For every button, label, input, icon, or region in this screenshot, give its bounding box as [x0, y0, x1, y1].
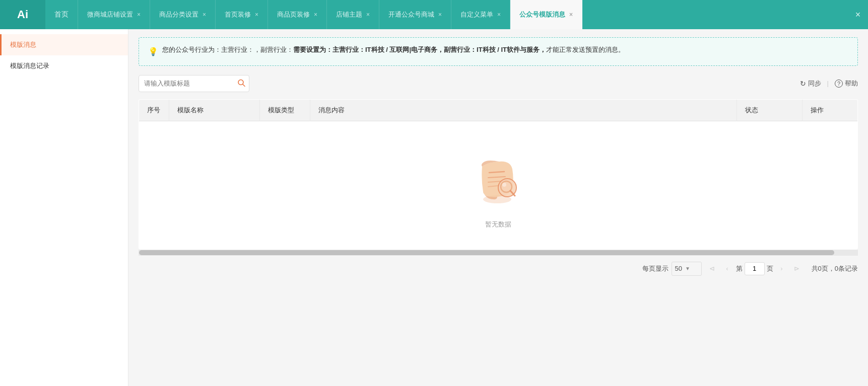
empty-state: 暂无数据: [139, 121, 857, 249]
nav-tab-shop-theme[interactable]: 店铺主题 ×: [327, 0, 379, 29]
main-layout: 模版消息 模版消息记录 💡 您的公众号行业为：主营行业：，副营行业：需要设置为：…: [0, 29, 868, 386]
notice-text: 您的公众号行业为：主营行业：，副营行业：需要设置为：主营行业：IT科技 / 互联…: [162, 45, 625, 55]
close-icon[interactable]: ×: [569, 12, 573, 18]
empty-text: 暂无数据: [485, 220, 511, 229]
close-icon[interactable]: ×: [497, 12, 501, 18]
toolbar-divider: |: [827, 80, 829, 87]
page-size-select: 每页显示 50 ▼: [642, 262, 702, 276]
close-icon[interactable]: ×: [203, 12, 206, 18]
app-logo: Ai: [0, 0, 45, 29]
nav-tab-home-decoration-label: 首页装修: [225, 10, 251, 19]
toolbar-right: ↻ 同步 | ? 帮助: [800, 79, 858, 88]
search-bar: ↻ 同步 | ? 帮助: [139, 75, 858, 92]
scrollbar-track: [139, 250, 857, 255]
chevron-down-icon: ▼: [685, 266, 690, 271]
sidebar: 模版消息 模版消息记录: [0, 29, 128, 386]
sidebar-item-template-message-label: 模版消息: [10, 41, 36, 48]
table-empty-row: 暂无数据: [139, 121, 858, 249]
nav-tab-category-settings[interactable]: 商品分类设置 ×: [150, 0, 216, 29]
close-icon[interactable]: ×: [366, 12, 370, 18]
nav-tab-shop-theme-label: 店铺主题: [336, 10, 362, 19]
nav-tab-custom-menu-label: 自定义菜单: [460, 10, 493, 19]
sidebar-item-template-message-records-label: 模版消息记录: [10, 62, 49, 69]
page-label-post: 页: [767, 264, 773, 273]
horizontal-scrollbar[interactable]: [139, 250, 858, 256]
nav-tab-shop-settings[interactable]: 微商城店铺设置 ×: [78, 0, 150, 29]
page-label-pre: 第: [736, 264, 743, 273]
nav-tab-open-wechat-mall-label: 开通公众号商城: [388, 10, 434, 19]
page-total: 共0页，0条记录: [812, 264, 858, 273]
col-seq: 序号: [139, 99, 169, 121]
search-button[interactable]: [237, 79, 245, 88]
nav-tab-template-message[interactable]: 公众号模版消息 ×: [510, 0, 582, 29]
search-icon: [237, 79, 245, 87]
close-all-button[interactable]: ×: [848, 0, 868, 29]
top-nav: Ai 首页 微商城店铺设置 × 商品分类设置 × 首页装修 × 商品页装修 × …: [0, 0, 868, 29]
nav-tab-product-decoration[interactable]: 商品页装修 ×: [268, 0, 327, 29]
prev-page-button[interactable]: ‹: [721, 262, 734, 275]
nav-tab-custom-menu[interactable]: 自定义菜单 ×: [451, 0, 510, 29]
close-icon[interactable]: ×: [255, 12, 258, 18]
nav-tab-home-decoration[interactable]: 首页装修 ×: [216, 0, 268, 29]
nav-tab-category-settings-label: 商品分类设置: [159, 10, 198, 19]
nav-tab-home-label: 首页: [54, 10, 69, 19]
pagination: 每页显示 50 ▼ ⊲ ‹ 第 页 › ⊳ 共0页，0条记录: [139, 256, 858, 276]
page-size-dropdown[interactable]: 50 ▼: [672, 262, 702, 276]
sync-button[interactable]: ↻ 同步: [800, 79, 821, 88]
sync-icon: ↻: [800, 80, 806, 88]
search-input-wrap: [139, 75, 249, 92]
col-type: 模版类型: [260, 99, 310, 121]
sync-label: 同步: [808, 79, 821, 88]
svg-point-10: [502, 183, 506, 187]
close-icon[interactable]: ×: [137, 12, 141, 18]
empty-illustration: [468, 151, 528, 212]
page-size-value: 50: [675, 265, 682, 272]
help-icon: ?: [835, 80, 843, 88]
scrollbar-thumb[interactable]: [139, 250, 834, 255]
nav-tab-shop-settings-label: 微商城店铺设置: [87, 10, 133, 19]
content-area: 💡 您的公众号行业为：主营行业：，副营行业：需要设置为：主营行业：IT科技 / …: [128, 29, 868, 386]
help-label: 帮助: [845, 79, 858, 88]
next-page-button[interactable]: ›: [775, 262, 788, 275]
search-input[interactable]: [139, 75, 249, 92]
page-number-input[interactable]: [745, 262, 765, 275]
col-status: 状态: [737, 99, 803, 121]
close-icon[interactable]: ×: [314, 12, 317, 18]
first-page-button[interactable]: ⊲: [706, 262, 719, 275]
nav-tabs: 首页 微商城店铺设置 × 商品分类设置 × 首页装修 × 商品页装修 × 店铺主…: [45, 0, 848, 29]
col-name: 模版名称: [169, 99, 260, 121]
col-actions: 操作: [803, 99, 858, 121]
table-header-row: 序号 模版名称 模版类型 消息内容 状态 操作: [139, 99, 858, 121]
last-page-button[interactable]: ⊳: [790, 262, 804, 275]
close-icon[interactable]: ×: [438, 12, 442, 18]
page-nav-buttons: ⊲ ‹ 第 页 › ⊳: [706, 262, 804, 275]
bulb-icon: 💡: [148, 45, 158, 58]
data-table: 序号 模版名称 模版类型 消息内容 状态 操作: [139, 99, 858, 250]
sidebar-item-template-message-records[interactable]: 模版消息记录: [0, 55, 128, 76]
nav-tab-template-message-label: 公众号模版消息: [519, 10, 565, 19]
notice-box: 💡 您的公众号行业为：主营行业：，副营行业：需要设置为：主营行业：IT科技 / …: [139, 37, 858, 66]
sidebar-item-template-message[interactable]: 模版消息: [0, 34, 128, 55]
page-size-label: 每页显示: [642, 264, 669, 273]
help-button[interactable]: ? 帮助: [835, 79, 858, 88]
svg-line-1: [243, 84, 245, 86]
nav-tab-home[interactable]: 首页: [45, 0, 78, 29]
nav-tab-open-wechat-mall[interactable]: 开通公众号商城 ×: [379, 0, 451, 29]
col-content: 消息内容: [310, 99, 737, 121]
nav-tab-product-decoration-label: 商品页装修: [277, 10, 310, 19]
